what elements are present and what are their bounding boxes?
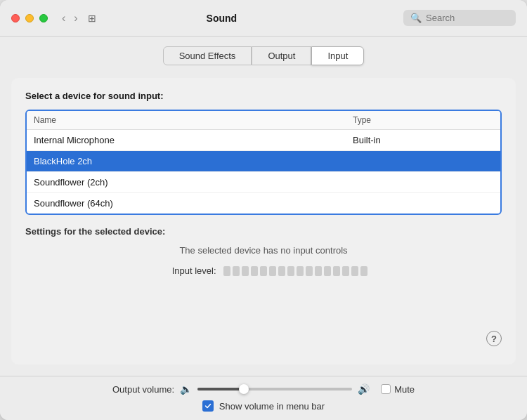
settings-section: Settings for the selected device: The se…: [25, 226, 502, 352]
level-bar: [324, 266, 331, 276]
level-bar: [251, 266, 258, 276]
no-controls-message: The selected device has no input control…: [25, 245, 502, 256]
col-header-name: Name: [34, 115, 353, 125]
menu-bar-row: Show volume in menu bar: [14, 400, 513, 412]
device-name: BlackHole 2ch: [34, 156, 353, 166]
mute-checkbox[interactable]: [381, 384, 391, 394]
panel-title: Select a device for sound input:: [25, 91, 502, 101]
mute-label: Mute: [394, 384, 415, 395]
minimize-button[interactable]: [25, 14, 34, 22]
device-type: Built-in: [353, 135, 493, 145]
table-row[interactable]: Internal Microphone Built-in: [27, 130, 500, 151]
device-type: [353, 177, 493, 188]
level-bar: [287, 266, 294, 276]
tab-output[interactable]: Output: [252, 46, 311, 65]
input-level-label: Input level:: [160, 265, 216, 276]
help-row: ?: [25, 331, 502, 346]
level-bar: [242, 266, 249, 276]
volume-slider-thumb: [239, 384, 249, 394]
level-bar: [297, 266, 304, 276]
level-bar: [351, 266, 358, 276]
input-level-row: Input level:: [25, 265, 502, 276]
device-type: [353, 156, 493, 166]
level-bar: [269, 266, 276, 276]
volume-slider-fill: [197, 388, 244, 391]
tab-sound-effects[interactable]: Sound Effects: [163, 46, 252, 65]
level-bar: [223, 266, 230, 276]
level-bar: [278, 266, 285, 276]
search-input[interactable]: [426, 13, 509, 23]
col-header-type: Type: [353, 115, 493, 125]
level-bar: [360, 266, 367, 276]
device-name: Internal Microphone: [34, 135, 353, 145]
search-icon: 🔍: [410, 13, 422, 23]
tabs: Sound Effects Output Input: [11, 46, 516, 65]
speaker-low-icon: 🔈: [180, 383, 192, 395]
mute-area: Mute: [381, 384, 415, 395]
table-row[interactable]: Soundflower (64ch): [27, 193, 500, 214]
table-row[interactable]: BlackHole 2ch: [27, 151, 500, 172]
level-bars: [223, 266, 367, 276]
output-volume-label: Output volume:: [112, 384, 174, 395]
speaker-high-icon: 🔊: [358, 383, 370, 395]
table-row[interactable]: Soundflower (2ch): [27, 172, 500, 193]
show-menu-bar-label: Show volume in menu bar: [219, 401, 325, 412]
device-name: Soundflower (64ch): [34, 198, 353, 209]
main-panel: Select a device for sound input: Name Ty…: [11, 78, 516, 365]
level-bar: [260, 266, 267, 276]
device-name: Soundflower (2ch): [34, 177, 353, 188]
window-title: Sound: [40, 13, 403, 24]
level-bar: [233, 266, 240, 276]
level-bar: [333, 266, 340, 276]
level-bar: [342, 266, 349, 276]
help-button[interactable]: ?: [486, 331, 502, 346]
close-button[interactable]: [11, 14, 20, 22]
tab-input[interactable]: Input: [311, 46, 364, 65]
content-area: Sound Effects Output Input Select a devi…: [0, 37, 527, 376]
level-bar: [315, 266, 322, 276]
table-header: Name Type: [27, 111, 500, 130]
volume-row: Output volume: 🔈 🔊 Mute: [14, 383, 513, 395]
bottom-bar: Output volume: 🔈 🔊 Mute Show volume in m…: [0, 376, 527, 420]
settings-label: Settings for the selected device:: [25, 226, 502, 237]
device-table: Name Type Internal Microphone Built-in B…: [25, 110, 502, 215]
level-bar: [306, 266, 313, 276]
search-bar[interactable]: 🔍: [403, 10, 516, 26]
title-bar: ‹ › ⊞ Sound 🔍: [0, 0, 527, 37]
device-type: [353, 198, 493, 209]
volume-slider[interactable]: [197, 388, 352, 391]
show-volume-checkbox[interactable]: [202, 400, 214, 412]
main-window: ‹ › ⊞ Sound 🔍 Sound Effects Output Input…: [0, 0, 527, 420]
